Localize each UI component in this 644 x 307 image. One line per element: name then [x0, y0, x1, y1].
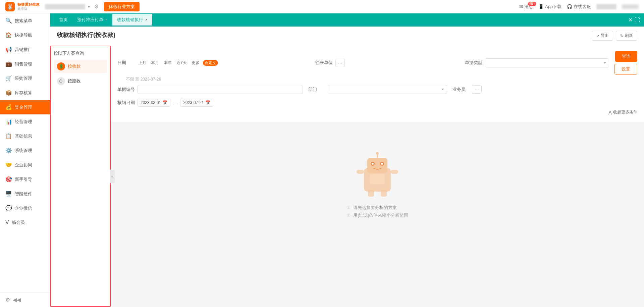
search-menu-icon: 🔍	[5, 17, 12, 24]
sidebar-item-label: 系统管理	[15, 148, 32, 154]
doc-type-group: 单据类型	[465, 58, 609, 67]
hint-item-2: ② 用[过滤]条件来缩小分析范围	[346, 211, 408, 219]
sidebar-settings-icon[interactable]: ⚙	[5, 297, 10, 303]
writeoff-start-value: 2023-03-01	[141, 100, 161, 105]
online-service-button[interactable]: 🎧 在线客服	[567, 4, 591, 10]
export-icon: ↗	[596, 34, 599, 38]
sidebar-item-operation[interactable]: 📊 经营管理	[0, 114, 50, 129]
tab-receipt[interactable]: 收款核销执行 ×	[112, 14, 152, 26]
sidebar-item-finance[interactable]: 💰 资金管理	[0, 100, 50, 114]
sidebar-item-inventory[interactable]: 📦 库存核算	[0, 86, 50, 100]
sidebar-item-purchase[interactable]: 🛒 采购管理	[0, 71, 50, 86]
tab-receipt-label: 收款核销执行	[117, 17, 143, 23]
writeoff-start-date-input[interactable]: 2023-03-01 📅	[138, 99, 170, 107]
sidebar-item-member[interactable]: V 畅会员	[0, 215, 50, 229]
sidebar-item-label: 库存核算	[15, 90, 32, 96]
date-btn-this-year[interactable]: 本年	[162, 59, 173, 66]
unlimit-label: 不限 至 2023-07-26	[126, 76, 637, 82]
staff-ellipsis-button[interactable]: ···	[472, 85, 482, 94]
counterpart-ellipsis-button[interactable]: ···	[335, 59, 345, 67]
doc-no-label: 单据编号	[117, 87, 135, 93]
tab-prepay[interactable]: 预付冲应付单 ×	[72, 14, 112, 26]
solution-button[interactable]: 休假行业方案	[104, 2, 140, 11]
date-btn-more[interactable]: 更多	[190, 59, 201, 66]
tab-prepay-label: 预付冲应付单	[77, 17, 103, 23]
doc-no-input[interactable]	[138, 85, 303, 94]
sidebar-item-label: 营销推广	[15, 47, 32, 53]
query-button[interactable]: 查询	[615, 51, 637, 62]
layout: 🔍 搜索菜单 🏠 快捷导航 📢 营销推广 💼 销售管理 🛒 采购管理 📦 库存核…	[0, 13, 644, 307]
filter-item-by-receivable[interactable]: ⏱ 按应收	[54, 74, 107, 88]
date-btn-last-month[interactable]: 上月	[137, 59, 148, 66]
filter-item-by-receipt[interactable]: 💲 按收款	[54, 60, 107, 73]
sidebar-item-basic[interactable]: 📋 基础信息	[0, 129, 50, 143]
topbar-right: ✉ 消息 99+ 📱 App下载 🎧 在线客服	[519, 4, 639, 10]
sidebar-item-label: 资金管理	[15, 104, 32, 110]
filter-panel: 按以下方案查询 💲 按收款 ⏱ 按应收 «	[50, 46, 111, 307]
tab-receipt-close-icon[interactable]: ×	[145, 17, 148, 22]
message-button[interactable]: ✉ 消息 99+	[519, 4, 533, 10]
collapse-more-button[interactable]: ⋀ 收起更多条件	[117, 108, 637, 116]
date-custom-badge[interactable]: 自定义	[203, 60, 218, 66]
sidebar-item-marketing[interactable]: 📢 营销推广	[0, 42, 50, 57]
page-actions: ↗ 导出 ↻ 刷新	[592, 31, 637, 41]
svg-rect-10	[368, 190, 374, 197]
tabbar-actions: ✕ ⛶	[628, 17, 640, 23]
dept-label: 部门	[308, 87, 325, 93]
svg-rect-9	[391, 170, 398, 174]
dropdown-arrow-icon[interactable]: ▾	[88, 4, 90, 9]
sidebar-collapse-icon[interactable]: ◀◀	[13, 297, 21, 303]
sales-icon: 💼	[5, 61, 12, 67]
settings-gear-icon[interactable]: ⚙	[94, 3, 99, 10]
dept-select[interactable]	[328, 85, 447, 94]
app-download-button[interactable]: 📱 App下载	[538, 4, 561, 10]
writeoff-date-group: 核销日期 2023-03-01 📅 — 2023-07-21 📅	[117, 99, 305, 107]
filter-item-label: 按收款	[68, 63, 81, 69]
sidebar-item-system[interactable]: ⚙️ 系统管理	[0, 143, 50, 158]
sidebar-item-hardware[interactable]: 🖥️ 智能硬件	[0, 187, 50, 201]
app-logo: 🐰	[5, 2, 15, 11]
tab-prepay-close-icon[interactable]: ×	[105, 17, 108, 22]
user-avatar-blurred	[596, 4, 616, 9]
hint2-text: 用[过滤]条件来缩小分析范围	[353, 211, 408, 219]
writeoff-end-date-input[interactable]: 2023-07-21 📅	[180, 99, 213, 107]
collapse-left-icon: «	[111, 174, 114, 179]
tab-home[interactable]: 首页	[54, 14, 72, 26]
date-group: 日期 上月 本月 本年 近7天 更多 自定义	[117, 59, 310, 66]
export-button[interactable]: ↗ 导出	[592, 31, 613, 41]
svg-point-4	[372, 163, 374, 165]
sidebar-item-cooperation[interactable]: 🤝 企业协同	[0, 158, 50, 172]
tab-close-all-icon[interactable]: ✕	[628, 17, 633, 23]
sidebar-item-quicknav[interactable]: 🏠 快捷导航	[0, 28, 50, 42]
calendar-icon-2: 📅	[205, 100, 210, 105]
counterpart-group: 往来单位 ···	[315, 59, 460, 67]
hint1-text: 请先选择要分析的方案	[353, 204, 397, 211]
date-btn-7days[interactable]: 近7天	[175, 59, 188, 66]
tab-maximize-icon[interactable]: ⛶	[635, 17, 640, 23]
filter-collapse-button[interactable]: «	[110, 170, 115, 183]
staff-label: 业务员	[452, 87, 469, 93]
search-area: 日期 上月 本月 本年 近7天 更多 自定义 往来单位	[111, 46, 644, 307]
date-btn-this-month[interactable]: 本月	[150, 59, 160, 66]
system-icon: ⚙️	[5, 147, 12, 154]
sidebar-item-search[interactable]: 🔍 搜索菜单	[0, 13, 50, 28]
section-wrapper: 按以下方案查询 💲 按收款 ⏱ 按应收 «	[50, 46, 644, 307]
message-badge: 99+	[528, 2, 536, 6]
refresh-button[interactable]: ↻ 刷新	[616, 31, 637, 41]
empty-illustration	[351, 151, 404, 198]
sidebar-item-label: 智能硬件	[15, 191, 32, 197]
form-row-2: 单据编号 部门 业务员 ···	[117, 85, 637, 94]
cooperation-icon: 🤝	[5, 162, 12, 168]
user-name-blurred	[622, 4, 639, 9]
guide-icon: 🎯	[5, 176, 12, 183]
sidebar-item-wechat[interactable]: 💬 企业微信	[0, 201, 50, 215]
filter-title: 按以下方案查询	[54, 50, 107, 56]
doc-type-select[interactable]	[485, 58, 609, 67]
writeoff-date-label: 核销日期	[117, 100, 135, 106]
chevron-up-icon: ⋀	[608, 110, 612, 115]
sidebar-item-sales[interactable]: 💼 销售管理	[0, 57, 50, 71]
member-icon: V	[5, 219, 9, 225]
setting-button[interactable]: 设置	[614, 64, 637, 74]
by-receivable-icon: ⏱	[57, 77, 65, 85]
sidebar-item-guide[interactable]: 🎯 新手引导	[0, 172, 50, 187]
